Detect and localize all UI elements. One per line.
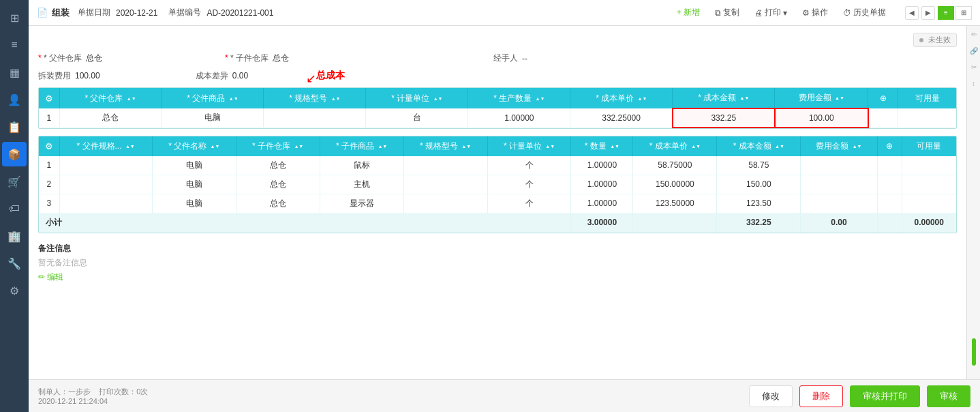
child-row-3-product[interactable]: 显示器	[320, 194, 403, 213]
right-panel-link-icon[interactable]: 🔗	[968, 45, 979, 56]
sort-fee-icon[interactable]: ▲▼	[835, 95, 844, 100]
child-row-3-parent-spec[interactable]	[59, 194, 152, 213]
child-row-3-add[interactable]	[877, 194, 902, 213]
parent-row-add[interactable]	[868, 108, 898, 128]
history-button[interactable]: ⏱ 历史单据	[839, 5, 890, 20]
child-row-1-cost-price[interactable]: 58.75000	[633, 156, 717, 175]
parent-row-fee[interactable]: 100.00	[775, 108, 868, 128]
sidebar-icon-list[interactable]: ≡	[2, 33, 27, 57]
handler-value[interactable]: --	[522, 54, 527, 63]
sidebar-icon-tool[interactable]: 🔧	[2, 251, 27, 276]
child-row-2-product[interactable]: 主机	[320, 175, 403, 194]
prev-button[interactable]: ◀	[905, 6, 919, 20]
sort-qty-icon[interactable]: ▲▼	[536, 96, 545, 101]
child-row-3-qty[interactable]: 1.00000	[571, 194, 633, 213]
copy-icon: ⧉	[715, 8, 721, 18]
child-row-1-unit[interactable]: 个	[487, 156, 571, 175]
review-button[interactable]: 审核	[927, 385, 970, 407]
operation-button[interactable]: ⚙ 操作	[798, 5, 832, 20]
child-sort-unit-icon[interactable]: ▲▼	[545, 144, 555, 149]
parent-row-cost-amount[interactable]: 332.25	[673, 108, 775, 128]
new-button[interactable]: + 新增	[673, 5, 704, 20]
parent-row-cost-price[interactable]: 332.25000	[570, 108, 673, 128]
grid-view-button[interactable]: ⊞	[955, 6, 972, 20]
child-row-2-cost-price[interactable]: 150.00000	[633, 175, 717, 194]
parent-row-unit[interactable]: 台	[366, 108, 468, 128]
parent-warehouse-value[interactable]: 总仓	[86, 53, 102, 64]
child-sort-qty-icon[interactable]: ▲▼	[610, 144, 619, 149]
right-panel-scissors-icon[interactable]: ✂	[968, 61, 979, 72]
parent-row-qty[interactable]: 1.00000	[468, 108, 570, 128]
sort-cost-price-icon[interactable]: ▲▼	[638, 96, 647, 101]
child-sort-spec-icon[interactable]: ▲▼	[461, 144, 471, 149]
parent-table-header-gear[interactable]: ⚙	[39, 88, 59, 108]
child-sort-fee-icon[interactable]: ▲▼	[853, 144, 862, 149]
child-row-1-spec[interactable]	[403, 156, 487, 175]
sidebar-icon-book[interactable]: 📋	[2, 115, 27, 139]
child-row-3-warehouse[interactable]: 总仓	[236, 194, 320, 213]
parent-row-spec[interactable]	[264, 108, 366, 128]
annotation-arrow: ↙	[306, 71, 316, 86]
child-row-2-fee[interactable]	[801, 175, 877, 194]
child-row-1-parent-spec[interactable]	[59, 156, 152, 175]
child-row-1-fee[interactable]	[801, 156, 877, 175]
parent-row-warehouse[interactable]: 总仓	[59, 108, 162, 128]
list-view-button[interactable]: ≡	[938, 6, 954, 20]
right-panel-edit-icon[interactable]: ✏	[968, 29, 979, 40]
child-row-3-fee[interactable]	[801, 194, 877, 213]
sidebar-icon-building[interactable]: 🏢	[2, 224, 27, 248]
parent-table-header-add[interactable]: ⊕	[868, 88, 898, 108]
sidebar-icon-home[interactable]: ⊞	[2, 5, 27, 30]
print-button[interactable]: 🖨 打印 ▾	[750, 5, 791, 20]
sidebar-icon-box[interactable]: 📦	[2, 142, 27, 166]
review-print-button[interactable]: 审核并打印	[850, 385, 920, 407]
sort-cost-amount-icon[interactable]: ▲▼	[740, 95, 750, 100]
child-row-1-warehouse[interactable]: 总仓	[236, 156, 320, 175]
sidebar-icon-chart[interactable]: ▦	[2, 60, 27, 85]
child-sort-cost-price-icon[interactable]: ▲▼	[691, 144, 701, 149]
child-row-1-add[interactable]	[877, 156, 902, 175]
child-row-3-unit[interactable]: 个	[487, 194, 571, 213]
child-sort-parent-spec-icon[interactable]: ▲▼	[125, 144, 135, 149]
parent-row-product[interactable]: 电脑	[162, 108, 264, 128]
edit-button[interactable]: 修改	[749, 385, 793, 407]
child-sort-product-icon[interactable]: ▲▼	[378, 144, 387, 149]
notes-edit-button[interactable]: ✏ 编辑	[38, 271, 957, 283]
child-row-3-cost-price[interactable]: 123.50000	[633, 194, 717, 213]
child-sort-warehouse-icon[interactable]: ▲▼	[294, 144, 303, 149]
sort-unit-icon[interactable]: ▲▼	[433, 96, 443, 101]
delete-button[interactable]: 删除	[799, 385, 843, 407]
child-row-2-unit[interactable]: 个	[487, 175, 571, 194]
child-row-1-qty[interactable]: 1.00000	[571, 156, 633, 175]
next-button[interactable]: ▶	[921, 6, 935, 20]
sidebar-icon-settings[interactable]: ⚙	[2, 278, 27, 303]
child-warehouse-value[interactable]: 总仓	[273, 53, 289, 64]
sort-spec-icon[interactable]: ▲▼	[331, 96, 341, 101]
child-sort-parent-name-icon[interactable]: ▲▼	[211, 144, 220, 149]
child-row-2-cost-amount[interactable]: 150.00	[717, 175, 801, 194]
child-row-1-product[interactable]: 鼠标	[320, 156, 403, 175]
child-row-2-parent-spec[interactable]	[59, 175, 152, 194]
assembly-cost-value[interactable]: 100.00	[75, 71, 100, 80]
child-row-3-parent-name[interactable]: 电脑	[152, 194, 236, 213]
sidebar-icon-user[interactable]: 👤	[2, 87, 27, 112]
child-row-1-cost-amount[interactable]: 58.75	[717, 156, 801, 175]
copy-button[interactable]: ⧉ 复制	[711, 5, 744, 20]
date-label: 单据日期 2020-12-21	[78, 7, 157, 18]
child-table-header-gear[interactable]: ⚙	[39, 136, 59, 156]
child-row-1-parent-name[interactable]: 电脑	[152, 156, 236, 175]
child-row-2-spec[interactable]	[403, 175, 487, 194]
child-table-header-add[interactable]: ⊕	[877, 136, 902, 156]
sidebar-icon-cart[interactable]: 🛒	[2, 169, 27, 194]
sort-product-icon[interactable]: ▲▼	[229, 96, 239, 101]
sort-warehouse-icon[interactable]: ▲▼	[127, 96, 136, 101]
sidebar-icon-tag[interactable]: 🏷	[2, 196, 27, 221]
child-row-3-spec[interactable]	[403, 194, 487, 213]
child-row-2-add[interactable]	[877, 175, 902, 194]
right-panel-arrow-icon[interactable]: ↕	[968, 78, 979, 89]
child-sort-cost-amount-icon[interactable]: ▲▼	[775, 144, 784, 149]
child-row-3-cost-amount[interactable]: 123.50	[717, 194, 801, 213]
child-row-2-parent-name[interactable]: 电脑	[152, 175, 236, 194]
child-row-2-qty[interactable]: 1.00000	[571, 175, 633, 194]
child-row-2-warehouse[interactable]: 总仓	[236, 175, 320, 194]
